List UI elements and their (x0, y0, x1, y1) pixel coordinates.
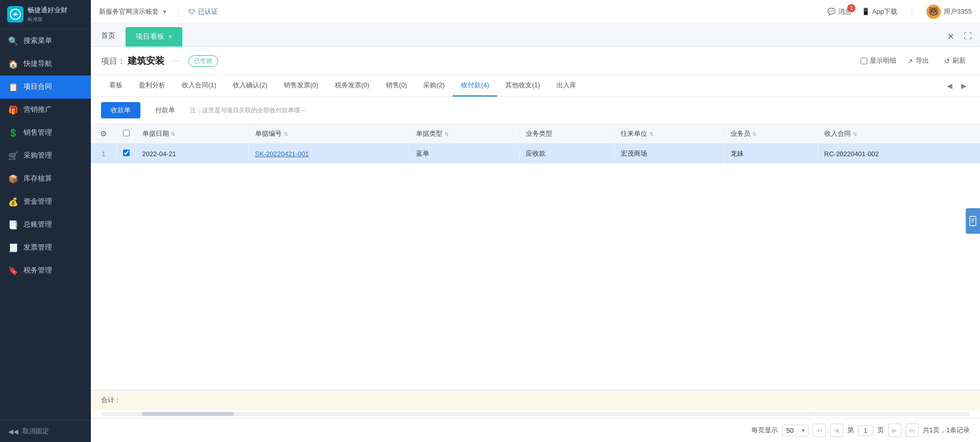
page-size-wrapper: 50 100 200 ▼ (782, 425, 808, 436)
subtab-tax-invoice[interactable]: 税务发票(0) (327, 75, 378, 96)
subtab-revenue-contract[interactable]: 收入合同(1) (174, 75, 225, 96)
sidebar-item-finance[interactable]: 💰 资金管理 (0, 190, 91, 213)
topbar-separator (178, 7, 178, 17)
tab-bar: 首页 项目看板 × ✕ ⛶ (91, 23, 980, 47)
scrollbar-thumb[interactable] (142, 412, 234, 416)
subtab-next-button[interactable]: ▶ (958, 80, 970, 92)
search-icon: 🔍 (8, 36, 18, 46)
sidebar-item-sales[interactable]: 💲 销售管理 (0, 121, 91, 144)
unpin-icon: ◀◀ (8, 428, 18, 435)
ledger-icon: 📑 (8, 220, 18, 230)
app-title: 畅捷通好业财 (28, 6, 67, 15)
maximize-window-button[interactable]: ⛶ (961, 29, 975, 43)
sort-partner-button[interactable]: 往来单位 ⇅ (621, 129, 718, 138)
sidebar-item-search[interactable]: 🔍 搜索菜单 (0, 30, 91, 53)
user-menu[interactable]: 🐻 用户3355 (926, 5, 972, 19)
tax-icon: 🔖 (8, 266, 18, 276)
tab-payment-bill[interactable]: 付款单 (145, 102, 185, 118)
cell-salesperson: 龙妹 (724, 144, 818, 164)
tab-home[interactable]: 首页 (91, 26, 126, 46)
col-revenue-contract: 收入合同 ⇅ (818, 124, 980, 144)
show-detail-checkbox-label[interactable]: 显示明细 (861, 56, 896, 65)
app-version: 标准版 (28, 16, 67, 23)
message-button[interactable]: 💬 消息 1 (827, 7, 851, 16)
more-options-button[interactable]: ··· (172, 56, 181, 65)
page-first-button[interactable]: ⏮ (813, 424, 826, 437)
sidebar-item-invoice[interactable]: 🧾 发票管理 (0, 236, 91, 259)
chevron-down-icon: ▼ (162, 9, 167, 15)
code-link[interactable]: SK-20220421-001 (255, 150, 309, 158)
show-detail-checkbox[interactable] (861, 58, 867, 64)
cell-biz-type: 应收款 (520, 144, 615, 164)
sort-icon: ⇅ (171, 131, 175, 137)
tab-collection-bill[interactable]: 收款单 (101, 102, 140, 118)
collection-table: ⚙ 单据日期 ⇅ 单据编号 (91, 124, 980, 164)
sidebar-item-shortcut[interactable]: 🏠 快捷导航 (0, 53, 91, 76)
page-label: 第 (847, 426, 854, 435)
table-row[interactable]: 1 2022-04-21 SK-20220421-001 蓝单 应收款 宏茂商场… (91, 144, 980, 164)
sidebar-footer-unpin[interactable]: ◀◀ 取消固定 (0, 420, 91, 442)
page-size-select[interactable]: 50 100 200 (782, 425, 808, 436)
tab-project-kanban[interactable]: 项目看板 × (126, 27, 182, 46)
horizontal-scrollbar[interactable] (91, 410, 980, 418)
sidebar-item-ledger[interactable]: 📑 总账管理 (0, 213, 91, 236)
subtab-purchase[interactable]: 采购(2) (415, 75, 453, 96)
sidebar-item-purchase[interactable]: 🛒 采购管理 (0, 144, 91, 167)
float-panel-button[interactable] (966, 208, 980, 234)
content-area: 首页 项目看板 × ✕ ⛶ 项目：建筑安装 ··· 已生效 显示明细 (91, 23, 980, 442)
subtab-nav: 看板 盈利分析 收入合同(1) 收入确认(2) 销售发票(0) 税务发票(0) … (91, 75, 980, 97)
subtab-sales-invoice[interactable]: 销售发票(0) (276, 75, 327, 96)
main-area: 新服务官网演示账套 ▼ 🛡 已认证 💬 消息 1 📱 App下载 🐻 用户335… (91, 0, 980, 442)
sidebar-item-tax[interactable]: 🔖 税务管理 (0, 259, 91, 282)
subtab-inout[interactable]: 出入库 (548, 75, 584, 96)
status-badge: 已生效 (188, 55, 218, 67)
sort-date-button[interactable]: 单据日期 ⇅ (142, 129, 242, 138)
page-header-actions: 显示明细 ↗ 导出 ↺ 刷新 (861, 54, 970, 67)
avatar: 🐻 (926, 5, 941, 19)
mobile-icon: 📱 (862, 8, 870, 15)
demo-account-selector[interactable]: 新服务官网演示账套 ▼ (99, 7, 167, 16)
page-size-label: 每页显示 (751, 426, 778, 435)
row-checkbox[interactable] (123, 150, 130, 156)
sidebar-item-project[interactable]: 📋 项目合同 (0, 76, 91, 99)
subtab-revenue-confirm[interactable]: 收入确认(2) (225, 75, 276, 96)
sort-salesperson-button[interactable]: 业务员 ⇅ (730, 129, 812, 138)
cell-revenue-contract: RC-20220401-002 (818, 144, 980, 164)
subtab-collection[interactable]: 收付款(4) (453, 75, 497, 96)
box-icon: 📦 (8, 174, 18, 184)
sort-code-button[interactable]: 单据编号 ⇅ (255, 129, 403, 138)
money-icon: 💰 (8, 197, 18, 207)
col-type: 单据类型 ⇅ (410, 124, 520, 144)
table-wrapper: ⚙ 单据日期 ⇅ 单据编号 (91, 124, 980, 390)
settings-icon[interactable]: ⚙ (100, 129, 107, 138)
app-logo (7, 6, 23, 22)
page-prev-button[interactable]: ◀ (830, 424, 843, 437)
sort-revenue-contract-button[interactable]: 收入合同 ⇅ (824, 129, 974, 138)
subtab-prev-button[interactable]: ◀ (943, 80, 955, 92)
app-download-button[interactable]: 📱 App下载 (862, 7, 897, 16)
page-next-button[interactable]: ▶ (888, 424, 901, 437)
subtab-other-expense[interactable]: 其他收支(1) (497, 75, 548, 96)
subtab-profit[interactable]: 盈利分析 (131, 75, 174, 96)
sales-icon: 💲 (8, 128, 18, 138)
subtab-kanban[interactable]: 看板 (101, 75, 131, 96)
sidebar-header: 畅捷通好业财 标准版 (0, 0, 91, 30)
sidebar-item-inventory[interactable]: 📦 库存核算 (0, 167, 91, 190)
sidebar-item-marketing[interactable]: 🎁 营销推广 (0, 99, 91, 121)
tab-close-button[interactable]: × (168, 33, 172, 40)
export-button[interactable]: ↗ 导出 (903, 54, 933, 67)
export-icon: ↗ (908, 57, 913, 65)
col-code: 单据编号 ⇅ (249, 124, 409, 144)
receipt-icon: 🧾 (8, 243, 18, 253)
current-page-input[interactable]: 1 (858, 425, 873, 436)
refresh-button[interactable]: ↺ 刷新 (940, 54, 970, 67)
sort-type-button[interactable]: 单据类型 ⇅ (416, 129, 513, 138)
tab-label: 项目看板 (136, 32, 164, 41)
page-last-button[interactable]: ⏭ (905, 424, 919, 437)
subtab-sales[interactable]: 销售(0) (378, 75, 415, 96)
message-badge: 1 (847, 4, 855, 12)
topbar-separator2 (912, 7, 912, 17)
close-window-button[interactable]: ✕ (943, 29, 958, 43)
shield-icon: 🛡 (188, 8, 195, 16)
select-all-checkbox[interactable] (123, 130, 130, 136)
